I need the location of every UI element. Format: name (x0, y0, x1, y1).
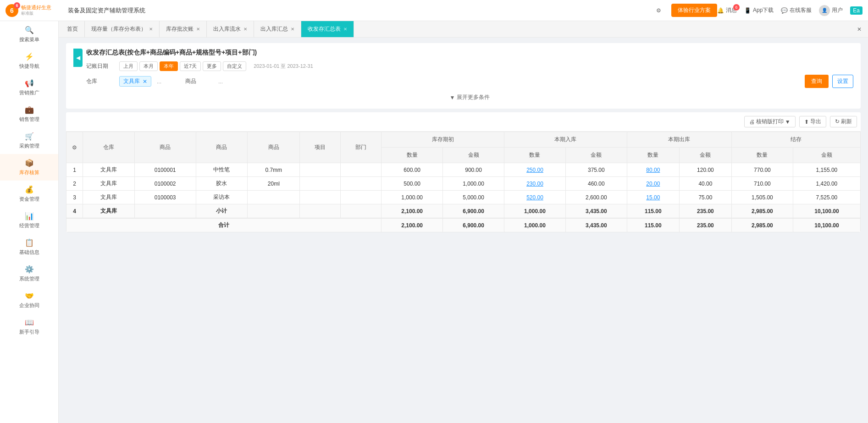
online-service-btn[interactable]: 💬 在线客服 (781, 6, 812, 14)
sidebar-item-quicknav[interactable]: ⚡ 快捷导航 (0, 48, 58, 74)
sidebar-item-label: 基础信息 (19, 249, 39, 256)
sidebar-item-finance[interactable]: 💰 资金管理 (0, 181, 58, 207)
row-open-amt: 900.00 (443, 163, 504, 177)
date-btn-custom[interactable]: 自定义 (223, 61, 246, 71)
tab-close-icon[interactable]: ✕ (343, 27, 347, 32)
row-out-qty[interactable]: 80.00 (627, 163, 679, 177)
warehouse-label: 仓库 (86, 77, 114, 85)
logo-icon: 6 6 (6, 4, 18, 17)
row-in-qty[interactable]: 230.00 (504, 177, 566, 191)
row-out-qty[interactable]: 15.00 (627, 191, 679, 204)
date-btn-this-year[interactable]: 本年 (160, 61, 178, 71)
sidebar-item-marketing[interactable]: 📢 营销推广 (0, 74, 58, 101)
row-goods-name: 采访本 (196, 191, 248, 204)
tab-label: 收发存汇总表 (308, 25, 341, 33)
row-open-qty: 2,100.00 (381, 204, 443, 219)
export-icon: ⬆ (804, 119, 809, 125)
query-btn[interactable]: 查询 (805, 75, 829, 88)
sidebar-item-collab[interactable]: 🤝 企业协同 (0, 287, 58, 313)
app-download-btn[interactable]: 📱 App下载 (744, 6, 774, 14)
sidebar-item-label: 企业协同 (19, 302, 39, 309)
top-bar: 6 6 畅捷通好生意 标准版 装备及固定资产辅助管理系统 ⚙ 体验行业方案 🔔 … (0, 0, 868, 21)
row-goods-spec (248, 204, 300, 219)
sidebar-item-basic[interactable]: 📋 基础信息 (0, 234, 58, 260)
notification-btn[interactable]: 🔔 消息 6 (717, 6, 737, 14)
date-btn-more[interactable]: 更多 (203, 61, 221, 71)
tab-bar-close-btn[interactable]: ✕ (852, 22, 866, 36)
row-warehouse: 文具库 (83, 163, 135, 177)
export-btn[interactable]: ⬆ 导出 (799, 116, 826, 127)
sidebar-item-search[interactable]: 🔍 搜索菜单 (0, 21, 58, 48)
th-in: 本期入库 (504, 132, 627, 148)
row-goods-spec: 20ml (248, 177, 300, 191)
marketing-icon: 📢 (25, 79, 34, 88)
row-in-qty[interactable]: 520.00 (504, 191, 566, 204)
th-warehouse: 仓库 (83, 132, 135, 163)
data-table: ⚙ 仓库 商品 商品 商品 项目 部门 库存期初 本期入库 本期出库 结存 (66, 132, 861, 232)
row-warehouse: 文具库 (83, 204, 135, 219)
download-icon: 📱 (744, 7, 751, 14)
collapse-arrow[interactable]: ◀ (73, 49, 83, 67)
th-settings[interactable]: ⚙ (66, 132, 83, 163)
sidebar-item-inventory[interactable]: 📦 库存核算 (0, 154, 58, 181)
th-balance: 结存 (731, 132, 860, 148)
tab-receive-summary[interactable]: 收发存汇总表 ✕ (301, 21, 354, 37)
tab-inventory-dist[interactable]: 现存量（库存分布表） ✕ (85, 21, 160, 37)
sidebar-item-operations[interactable]: 📊 经营管理 (0, 207, 58, 234)
sidebar-item-sales[interactable]: 💼 销售管理 (0, 101, 58, 127)
logo-area: 6 6 畅捷通好生意 标准版 (6, 4, 64, 17)
settings-icon-btn[interactable]: ⚙ (652, 4, 666, 17)
tab-close-icon[interactable]: ✕ (291, 27, 294, 32)
row-warehouse: 文具库 (83, 191, 135, 204)
row-out-amt: 120.00 (679, 163, 731, 177)
page-title: 收发存汇总表(按仓库+商品编码+商品+规格型号+项目+部门) (86, 49, 853, 57)
try-btn[interactable]: 体验行业方案 (671, 4, 717, 17)
refresh-btn[interactable]: ↻ 刷新 (830, 116, 857, 127)
goods-more[interactable]: ... (218, 78, 223, 85)
th-out-qty: 数量 (627, 148, 679, 163)
tab-inout-summary[interactable]: 出入库汇总 ✕ (254, 21, 301, 37)
filter-settings-btn[interactable]: 设置 (832, 75, 853, 88)
tab-label: 出入库汇总 (260, 25, 288, 33)
user-area[interactable]: 👤 用户 (819, 5, 843, 16)
page-content: ◀ 收发存汇总表(按仓库+商品编码+商品+规格型号+项目+部门) 记账日期 上月… (59, 38, 868, 423)
print-btn[interactable]: 🖨 核销版打印 ▼ (744, 116, 796, 127)
date-btn-last-month[interactable]: 上月 (119, 61, 138, 71)
row-goods-code: 0100003 (134, 191, 196, 204)
table-footer-row: 合计 2,100.00 6,900.00 1,000.00 3,435.00 1… (66, 218, 861, 232)
warehouse-tag-close[interactable]: ✕ (143, 78, 147, 85)
row-in-qty[interactable]: 250.00 (504, 163, 566, 177)
row-out-qty[interactable]: 20.00 (627, 177, 679, 191)
tab-close-icon[interactable]: ✕ (196, 27, 200, 32)
row-goods-spec (248, 191, 300, 204)
sidebar-item-system[interactable]: ⚙️ 系统管理 (0, 260, 58, 287)
bell-icon: 🔔 (717, 7, 724, 14)
footer-label: 合计 (66, 218, 381, 232)
date-btn-this-month[interactable]: 本月 (139, 61, 158, 71)
logo-text: 畅捷通好生意 (21, 4, 51, 11)
tab-bar: 首页 现存量（库存分布表） ✕ 库存批次账 ✕ 出入库流水 ✕ 出入库汇总 ✕ (59, 21, 868, 38)
table-toolbar: 🖨 核销版打印 ▼ ⬆ 导出 ↻ 刷新 (66, 112, 861, 132)
th-open-qty: 数量 (381, 148, 443, 163)
date-label: 记账日期 (86, 62, 114, 70)
expand-filter-row[interactable]: ▼ 展开更多条件 (86, 92, 853, 103)
sidebar-item-purchase[interactable]: 🛒 采购管理 (0, 127, 58, 154)
online-service-label: 在线客服 (790, 6, 812, 14)
sidebar-item-guide[interactable]: 📖 新手引导 (0, 313, 58, 340)
footer-open-amt: 6,900.00 (443, 218, 504, 232)
tab-label: 库存批次账 (166, 25, 194, 33)
tab-home[interactable]: 首页 (61, 21, 85, 37)
tab-close-icon[interactable]: ✕ (243, 27, 247, 32)
tab-batch[interactable]: 库存批次账 ✕ (160, 21, 207, 37)
warehouse-more[interactable]: ... (157, 78, 161, 85)
sidebar-item-label: 采购管理 (19, 143, 39, 149)
tab-inout-flow[interactable]: 出入库流水 ✕ (207, 21, 254, 37)
date-btn-7days[interactable]: 近7天 (180, 61, 201, 71)
row-goods-name: 胶水 (196, 177, 248, 191)
row-project (300, 191, 341, 204)
row-in-amt: 3,435.00 (565, 204, 627, 219)
th-bal-qty: 数量 (731, 148, 793, 163)
tab-close-icon[interactable]: ✕ (149, 27, 153, 32)
row-goods-spec: 0.7mm (248, 163, 300, 177)
sidebar-item-label: 销售管理 (19, 116, 39, 123)
